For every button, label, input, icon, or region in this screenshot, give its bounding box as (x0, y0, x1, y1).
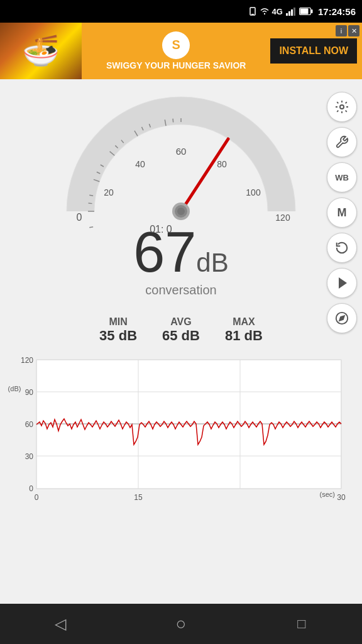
wb-button[interactable]: WB (327, 162, 357, 192)
stats-section: MIN 35 dB AVG 65 dB MAX 81 dB (0, 310, 362, 350)
sound-label: conversation (145, 283, 216, 297)
max-value: 81 dB (225, 328, 263, 344)
chart-svg: 120 90 60 30 0 (dB) 0 15 30 (sec) (6, 357, 356, 508)
timer-display: 01: 0 (150, 224, 172, 235)
svg-line-36 (89, 227, 93, 228)
svg-point-24 (177, 208, 185, 215)
avg-value: 65 dB (162, 328, 200, 344)
min-value: 35 dB (99, 328, 137, 344)
avg-stat: AVG 65 dB (162, 316, 200, 344)
wb-label: WB (335, 173, 349, 182)
svg-text:0: 0 (77, 212, 82, 223)
svg-text:20: 20 (104, 187, 114, 197)
min-label: MIN (109, 316, 127, 328)
wrench-button[interactable] (327, 127, 357, 157)
svg-marker-10 (339, 277, 347, 289)
ad-banner: S SWIGGY YOUR HUNGER SAVIOR INSTALL NOW … (0, 23, 362, 79)
max-stat: MAX 81 dB (225, 316, 263, 344)
gauge-container: 0 20 40 60 80 100 120 (62, 92, 300, 230)
svg-line-21 (181, 139, 228, 211)
settings-button[interactable] (327, 92, 357, 122)
ad-middle: S SWIGGY YOUR HUNGER SAVIOR (82, 28, 270, 74)
home-button[interactable]: ○ (162, 611, 200, 636)
svg-text:90: 90 (25, 388, 34, 397)
bottom-nav: ◁ ○ □ (0, 604, 362, 644)
svg-rect-7 (300, 9, 308, 14)
chart-section: 120 90 60 30 0 (dB) 0 15 30 (sec) (0, 357, 362, 604)
svg-line-38 (89, 203, 92, 204)
status-bar: 4G 17:24:56 (0, 0, 362, 23)
gauge-svg: 0 20 40 60 80 100 120 (62, 92, 300, 230)
svg-text:80: 80 (217, 159, 227, 169)
svg-rect-3 (288, 11, 290, 16)
back-button[interactable]: ◁ (41, 611, 79, 636)
svg-text:30: 30 (337, 493, 346, 502)
svg-text:120: 120 (275, 213, 290, 223)
svg-text:30: 30 (25, 452, 34, 461)
reading-section: 67 dB 01: 0 conversation (133, 224, 228, 297)
svg-text:60: 60 (25, 420, 34, 429)
recents-icon: □ (297, 616, 305, 632)
gauge-section: 0 20 40 60 80 100 120 (0, 79, 362, 297)
db-unit: dB (196, 248, 228, 278)
svg-line-50 (173, 119, 173, 123)
svg-text:100: 100 (246, 187, 261, 197)
svg-text:60: 60 (176, 146, 187, 157)
svg-marker-12 (339, 316, 344, 321)
status-icons: 4G (248, 7, 313, 16)
svg-line-39 (89, 195, 93, 196)
svg-text:0: 0 (29, 484, 33, 493)
m-label: M (337, 206, 347, 219)
svg-text:(sec): (sec) (320, 491, 335, 498)
right-toolbar: WB M (327, 92, 357, 333)
svg-point-9 (340, 105, 344, 109)
svg-rect-8 (311, 9, 313, 13)
svg-rect-4 (291, 9, 293, 16)
svg-rect-5 (293, 8, 295, 16)
ad-tagline: SWIGGY YOUR HUNGER SAVIOR (106, 60, 246, 71)
svg-text:(dB): (dB) (8, 385, 21, 392)
recents-button[interactable]: □ (283, 611, 321, 636)
svg-text:0: 0 (35, 493, 39, 502)
svg-text:40: 40 (135, 159, 145, 169)
ad-info-icon[interactable]: i (336, 25, 347, 36)
svg-text:15: 15 (134, 493, 143, 502)
ad-image (0, 23, 82, 79)
max-label: MAX (233, 316, 255, 328)
install-button[interactable]: INSTALL NOW (270, 38, 357, 63)
time-display: 17:24:56 (318, 6, 356, 17)
back-icon: ◁ (55, 615, 66, 633)
m-button[interactable]: M (327, 197, 357, 228)
svg-rect-2 (286, 13, 288, 16)
play-button[interactable] (327, 268, 357, 298)
min-stat: MIN 35 dB (99, 316, 137, 344)
home-icon: ○ (176, 614, 187, 634)
avg-label: AVG (170, 316, 191, 328)
ad-close-icon[interactable]: ✕ (348, 25, 359, 36)
compass-button[interactable] (327, 303, 357, 333)
svg-text:120: 120 (21, 357, 33, 365)
refresh-button[interactable] (327, 233, 357, 263)
network-label: 4G (272, 7, 283, 16)
app-main: WB M (0, 79, 362, 604)
svg-rect-1 (251, 14, 254, 14)
swiggy-logo: S (162, 31, 190, 59)
